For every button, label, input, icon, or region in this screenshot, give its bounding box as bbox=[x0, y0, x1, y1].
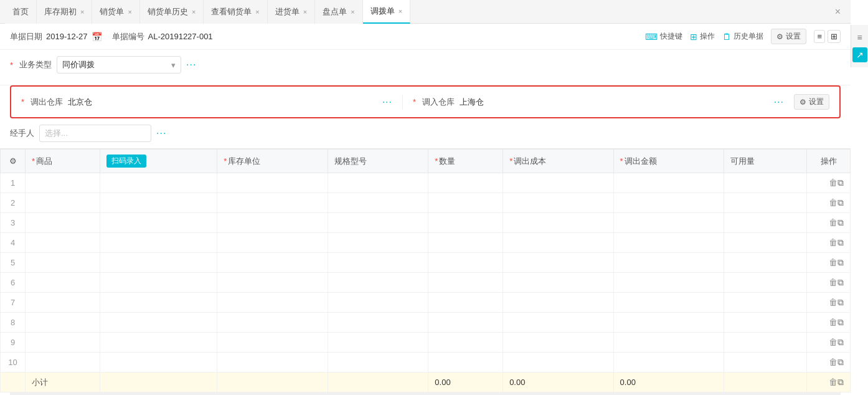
cell-cost[interactable] bbox=[503, 293, 613, 313]
cell-spec[interactable] bbox=[328, 213, 428, 233]
layout-grid-button[interactable]: ⊞ bbox=[828, 30, 841, 43]
copy-row-button[interactable]: ⧉ bbox=[837, 257, 844, 267]
cell-qty[interactable] bbox=[428, 233, 503, 253]
tab-stocktake[interactable]: 盘点单 × bbox=[315, 0, 362, 24]
cell-spec[interactable] bbox=[328, 173, 428, 193]
cell-available[interactable] bbox=[724, 333, 806, 353]
tab-home[interactable]: 首页 bbox=[5, 0, 37, 24]
tab-inventory-init[interactable]: 库存期初 × bbox=[37, 0, 92, 24]
business-type-more-button[interactable]: ··· bbox=[186, 59, 196, 70]
delete-row-button[interactable]: 🗑 bbox=[829, 217, 837, 227]
tab-close-inventory[interactable]: × bbox=[80, 8, 84, 16]
cell-unit[interactable] bbox=[217, 293, 328, 313]
copy-row-button[interactable]: ⧉ bbox=[837, 297, 844, 307]
cell-spec[interactable] bbox=[328, 193, 428, 213]
cell-available[interactable] bbox=[724, 253, 806, 273]
cell-amount[interactable] bbox=[613, 213, 724, 233]
cell-spec[interactable] bbox=[328, 273, 428, 293]
cell-available[interactable] bbox=[724, 273, 806, 293]
cell-spec[interactable] bbox=[328, 333, 428, 353]
cell-amount[interactable] bbox=[613, 333, 724, 353]
business-type-select[interactable]: 同价调拨 ▾ bbox=[57, 56, 181, 74]
tab-sales-history[interactable]: 销货单历史 × bbox=[140, 0, 204, 24]
window-close-button[interactable]: × bbox=[830, 6, 846, 17]
horizontal-scrollbar[interactable] bbox=[10, 393, 841, 395]
cell-product[interactable] bbox=[26, 273, 100, 293]
delete-row-button[interactable]: 🗑 bbox=[829, 237, 837, 247]
delete-row-button[interactable]: 🗑 bbox=[829, 178, 837, 188]
cell-unit[interactable] bbox=[217, 213, 328, 233]
tab-close-transfer[interactable]: × bbox=[399, 7, 402, 15]
copy-row-button[interactable]: ⧉ bbox=[837, 217, 844, 227]
cell-cost[interactable] bbox=[503, 213, 613, 233]
cell-unit[interactable] bbox=[217, 253, 328, 273]
cell-unit[interactable] bbox=[217, 333, 328, 353]
cell-qty[interactable] bbox=[428, 293, 503, 313]
copy-row-button[interactable]: ⧉ bbox=[837, 277, 844, 287]
cell-unit[interactable] bbox=[217, 273, 328, 293]
tab-close-sales[interactable]: × bbox=[128, 8, 131, 16]
tab-view-sales[interactable]: 查看销货单 × bbox=[204, 0, 267, 24]
cell-spec[interactable] bbox=[328, 353, 428, 373]
cell-unit[interactable] bbox=[217, 313, 328, 333]
settings-button[interactable]: ⚙ 设置 bbox=[771, 29, 806, 44]
cell-unit[interactable] bbox=[217, 173, 328, 193]
layout-list-button[interactable]: ≡ bbox=[814, 30, 825, 43]
cell-cost[interactable] bbox=[503, 233, 613, 253]
cell-cost[interactable] bbox=[503, 273, 613, 293]
delete-row-button[interactable]: 🗑 bbox=[829, 257, 837, 267]
cell-cost[interactable] bbox=[503, 253, 613, 273]
col-settings[interactable]: ⚙ bbox=[1, 150, 26, 173]
cell-unit[interactable] bbox=[217, 193, 328, 213]
panel-list-icon[interactable]: ≡ bbox=[852, 30, 867, 45]
scan-button[interactable]: 扫码录入 bbox=[106, 155, 146, 168]
tab-close-purchase[interactable]: × bbox=[303, 8, 307, 16]
cell-available[interactable] bbox=[724, 293, 806, 313]
history-button[interactable]: 🗒 历史单据 bbox=[722, 31, 763, 42]
cell-spec[interactable] bbox=[328, 253, 428, 273]
cell-available[interactable] bbox=[724, 233, 806, 253]
cell-amount[interactable] bbox=[613, 273, 724, 293]
delete-row-button[interactable]: 🗑 bbox=[829, 277, 837, 287]
tab-close-view-sales[interactable]: × bbox=[255, 8, 259, 16]
cell-amount[interactable] bbox=[613, 173, 724, 193]
cell-unit[interactable] bbox=[217, 233, 328, 253]
delete-row-button[interactable]: 🗑 bbox=[829, 377, 837, 387]
copy-row-button[interactable]: ⧉ bbox=[837, 317, 844, 327]
tab-sales-order[interactable]: 销货单 × bbox=[92, 0, 139, 24]
cell-available[interactable] bbox=[724, 313, 806, 333]
panel-external-icon[interactable]: ↗ bbox=[852, 47, 867, 62]
cell-product[interactable] bbox=[26, 213, 100, 233]
copy-row-button[interactable]: ⧉ bbox=[837, 357, 844, 367]
cell-product[interactable] bbox=[26, 193, 100, 213]
cell-cost[interactable] bbox=[503, 193, 613, 213]
cell-available[interactable] bbox=[724, 373, 806, 393]
delete-row-button[interactable]: 🗑 bbox=[829, 317, 837, 327]
shortcuts-button[interactable]: ⌨ 快捷键 bbox=[645, 31, 682, 42]
cell-cost[interactable] bbox=[503, 333, 613, 353]
cell-product[interactable] bbox=[26, 293, 100, 313]
copy-row-button[interactable]: ⧉ bbox=[837, 337, 844, 347]
delete-row-button[interactable]: 🗑 bbox=[829, 337, 837, 347]
warehouse-settings-button[interactable]: ⚙ 设置 bbox=[794, 94, 829, 110]
warehouse-in-more-button[interactable]: ··· bbox=[774, 97, 784, 108]
cell-qty[interactable] bbox=[428, 253, 503, 273]
person-select[interactable]: 选择... bbox=[39, 125, 151, 142]
copy-row-button[interactable]: ⧉ bbox=[837, 198, 844, 207]
tab-close-stocktake[interactable]: × bbox=[351, 8, 354, 16]
tab-transfer[interactable]: 调拨单 × bbox=[363, 0, 410, 24]
cell-qty[interactable] bbox=[428, 273, 503, 293]
calendar-icon[interactable]: 📅 bbox=[92, 32, 102, 42]
cell-spec[interactable] bbox=[328, 313, 428, 333]
cell-product[interactable] bbox=[26, 253, 100, 273]
cell-available[interactable] bbox=[724, 353, 806, 373]
delete-row-button[interactable]: 🗑 bbox=[829, 198, 837, 207]
tab-close-history[interactable]: × bbox=[192, 8, 196, 16]
cell-amount[interactable] bbox=[613, 353, 724, 373]
cell-qty[interactable] bbox=[428, 353, 503, 373]
cell-cost[interactable] bbox=[503, 173, 613, 193]
copy-row-button[interactable]: ⧉ bbox=[837, 237, 844, 247]
cell-available[interactable] bbox=[724, 193, 806, 213]
cell-amount[interactable] bbox=[613, 253, 724, 273]
cell-unit[interactable] bbox=[217, 353, 328, 373]
